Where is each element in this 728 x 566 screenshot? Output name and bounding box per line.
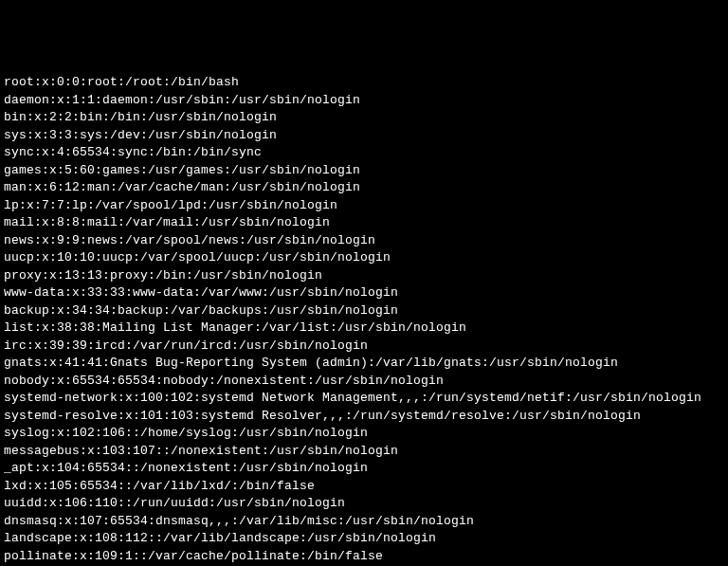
passwd-line: backup:x:34:34:backup:/var/backups:/usr/… xyxy=(4,302,724,320)
passwd-line: dnsmasq:x:107:65534:dnsmasq,,,:/var/lib/… xyxy=(4,513,724,531)
passwd-line: _apt:x:104:65534::/nonexistent:/usr/sbin… xyxy=(4,460,724,478)
terminal-output: root:x:0:0:root:/root:/bin/bashdaemon:x:… xyxy=(4,74,724,566)
passwd-line: lxd:x:105:65534::/var/lib/lxd/:/bin/fals… xyxy=(4,478,724,496)
passwd-line: pollinate:x:109:1::/var/cache/pollinate:… xyxy=(4,548,724,566)
passwd-line: www-data:x:33:33:www-data:/var/www:/usr/… xyxy=(4,284,724,302)
passwd-line: systemd-network:x:100:102:systemd Networ… xyxy=(4,390,724,408)
passwd-line: bin:x:2:2:bin:/bin:/usr/sbin/nologin xyxy=(4,109,724,127)
passwd-line: man:x:6:12:man:/var/cache/man:/usr/sbin/… xyxy=(4,179,724,197)
passwd-line: sys:x:3:3:sys:/dev:/usr/sbin/nologin xyxy=(4,127,724,145)
passwd-line: daemon:x:1:1:daemon:/usr/sbin:/usr/sbin/… xyxy=(4,92,724,110)
passwd-line: systemd-resolve:x:101:103:systemd Resolv… xyxy=(4,408,724,426)
passwd-line: syslog:x:102:106::/home/syslog:/usr/sbin… xyxy=(4,425,724,443)
passwd-line: landscape:x:108:112::/var/lib/landscape:… xyxy=(4,530,724,548)
passwd-line: mail:x:8:8:mail:/var/mail:/usr/sbin/nolo… xyxy=(4,214,724,232)
passwd-line: sync:x:4:65534:sync:/bin:/bin/sync xyxy=(4,144,724,162)
passwd-line: news:x:9:9:news:/var/spool/news:/usr/sbi… xyxy=(4,232,724,250)
passwd-line: proxy:x:13:13:proxy:/bin:/usr/sbin/nolog… xyxy=(4,267,724,285)
passwd-line: list:x:38:38:Mailing List Manager:/var/l… xyxy=(4,320,724,338)
passwd-line: nobody:x:65534:65534:nobody:/nonexistent… xyxy=(4,373,724,391)
passwd-line: messagebus:x:103:107::/nonexistent:/usr/… xyxy=(4,443,724,461)
passwd-line: lp:x:7:7:lp:/var/spool/lpd:/usr/sbin/nol… xyxy=(4,197,724,215)
passwd-line: uucp:x:10:10:uucp:/var/spool/uucp:/usr/s… xyxy=(4,249,724,267)
passwd-line: uuidd:x:106:110::/run/uuidd:/usr/sbin/no… xyxy=(4,495,724,513)
passwd-line: games:x:5:60:games:/usr/games:/usr/sbin/… xyxy=(4,162,724,180)
passwd-line: root:x:0:0:root:/root:/bin/bash xyxy=(4,74,724,92)
passwd-line: irc:x:39:39:ircd:/var/run/ircd:/usr/sbin… xyxy=(4,338,724,356)
passwd-line: gnats:x:41:41:Gnats Bug-Reporting System… xyxy=(4,355,724,373)
